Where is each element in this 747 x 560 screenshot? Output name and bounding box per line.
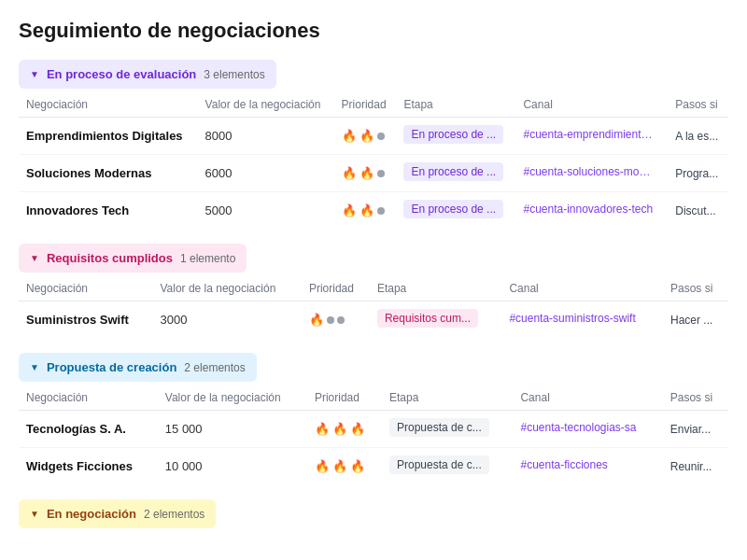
- table-requisitos: NegociaciónValor de la negociaciónPriori…: [19, 276, 728, 338]
- neg-etapa: Propuesta de c...: [382, 448, 513, 485]
- neg-canal[interactable]: #cuenta-soluciones-modern...: [515, 155, 668, 192]
- neg-name: Suministros Swift: [19, 301, 152, 339]
- dot-icon: [327, 316, 334, 324]
- table-column-header: Etapa: [382, 385, 513, 411]
- neg-canal[interactable]: #cuenta-ficciones: [513, 448, 662, 485]
- table-evaluacion: NegociaciónValor de la negociaciónPriori…: [19, 92, 728, 229]
- table-row: Innovadores Tech5000🔥🔥En proceso de ...#…: [19, 192, 728, 230]
- neg-valor: 15 000: [158, 411, 307, 448]
- section-header-negociacion[interactable]: ▼ En negociación 2 elementos: [19, 499, 216, 528]
- table-row: Soluciones Modernas6000🔥🔥En proceso de .…: [19, 155, 728, 192]
- canal-link[interactable]: #cuenta-innovadores-tech: [523, 203, 653, 216]
- table-row: Emprendimientos Digitales8000🔥🔥En proces…: [19, 118, 728, 155]
- neg-etapa: En proceso de ...: [396, 155, 515, 192]
- table-column-header: Pasos si: [663, 276, 728, 301]
- chevron-icon: ▼: [30, 253, 39, 263]
- section-requisitos: ▼ Requisitos cumplidos 1 elemento Negoci…: [19, 244, 728, 338]
- neg-priority: 🔥🔥: [334, 155, 397, 192]
- section-badge: 3 elementos: [204, 68, 264, 81]
- table-column-header: Etapa: [396, 92, 515, 118]
- section-header-evaluacion[interactable]: ▼ En proceso de evaluación 3 elementos: [19, 60, 276, 89]
- fire-icon: 🔥: [359, 129, 374, 143]
- section-label: Requisitos cumplidos: [47, 251, 173, 265]
- section-label: Propuesta de creación: [47, 360, 176, 374]
- neg-pasos: A la es...: [668, 118, 728, 155]
- table-column-header: Pasos si: [663, 385, 728, 411]
- table-row: Widgets Ficciones10 000🔥🔥🔥Propuesta de c…: [19, 448, 728, 485]
- neg-valor: 3000: [152, 301, 302, 339]
- neg-name: Widgets Ficciones: [19, 448, 158, 485]
- table-column-header: Valor de la negociación: [198, 92, 334, 118]
- section-header-propuesta[interactable]: ▼ Propuesta de creación 2 elementos: [19, 353, 257, 382]
- canal-link[interactable]: #cuenta-soluciones-modern...: [523, 165, 654, 178]
- neg-etapa: En proceso de ...: [396, 118, 515, 155]
- table-propuesta: NegociaciónValor de la negociaciónPriori…: [19, 385, 728, 484]
- section-badge: 2 elementos: [184, 361, 245, 374]
- section-evaluacion: ▼ En proceso de evaluación 3 elementos N…: [19, 60, 728, 229]
- table-column-header: Prioridad: [334, 92, 397, 118]
- fire-icon: 🔥: [315, 459, 330, 473]
- neg-priority: 🔥🔥: [334, 118, 397, 155]
- table-column-header: Prioridad: [307, 385, 382, 411]
- neg-priority: 🔥🔥: [334, 192, 397, 230]
- dot-icon: [377, 133, 385, 140]
- table-column-header: Canal: [501, 276, 663, 301]
- neg-valor: 10 000: [158, 448, 307, 485]
- neg-valor: 8000: [198, 118, 334, 155]
- dot-icon: [377, 170, 385, 177]
- fire-icon: 🔥: [315, 422, 330, 436]
- neg-name: Tecnologías S. A.: [19, 411, 158, 448]
- neg-pasos: Progra...: [668, 155, 728, 192]
- neg-pasos: Discut...: [668, 192, 728, 230]
- dot-icon: [337, 316, 345, 324]
- neg-valor: 5000: [198, 192, 334, 230]
- section-badge: 1 elemento: [180, 252, 235, 265]
- neg-pasos: Enviar...: [663, 411, 728, 448]
- section-negociacion: ▼ En negociación 2 elementos: [19, 499, 728, 528]
- fire-icon: 🔥: [342, 129, 357, 143]
- fire-icon: 🔥: [359, 203, 374, 217]
- section-label: En proceso de evaluación: [47, 67, 196, 81]
- fire-icon: 🔥: [359, 166, 374, 180]
- table-column-header: Etapa: [370, 276, 501, 301]
- neg-valor: 6000: [198, 155, 334, 192]
- table-column-header: Pasos si: [668, 92, 728, 118]
- fire-icon: 🔥: [309, 313, 324, 327]
- canal-link[interactable]: #cuenta-emprendimientos-...: [523, 128, 654, 141]
- fire-icon: 🔥: [342, 203, 357, 217]
- neg-canal[interactable]: #cuenta-emprendimientos-...: [515, 118, 668, 155]
- neg-priority: 🔥🔥🔥: [307, 448, 382, 485]
- fire-icon: 🔥: [332, 459, 347, 473]
- canal-link[interactable]: #cuenta-suministros-swift: [509, 312, 635, 325]
- table-column-header: Canal: [513, 385, 662, 411]
- chevron-icon: ▼: [30, 69, 39, 79]
- page-title: Seguimiento de negociaciones: [19, 19, 728, 43]
- canal-link[interactable]: #cuenta-ficciones: [520, 458, 607, 471]
- neg-etapa: En proceso de ...: [396, 192, 515, 230]
- canal-link[interactable]: #cuenta-tecnologias-sa: [520, 421, 636, 434]
- chevron-icon: ▼: [30, 509, 39, 519]
- neg-priority: 🔥: [302, 301, 370, 339]
- neg-name: Soluciones Modernas: [19, 155, 198, 192]
- neg-canal[interactable]: #cuenta-tecnologias-sa: [513, 411, 662, 448]
- neg-etapa: Propuesta de c...: [382, 411, 513, 448]
- chevron-icon: ▼: [30, 362, 39, 372]
- table-column-header: Valor de la negociación: [152, 276, 302, 301]
- fire-icon: 🔥: [342, 166, 357, 180]
- section-header-requisitos[interactable]: ▼ Requisitos cumplidos 1 elemento: [19, 244, 247, 273]
- neg-etapa: Requisitos cum...: [370, 301, 501, 339]
- neg-pasos: Hacer ...: [663, 301, 728, 339]
- table-row: Suministros Swift3000🔥Requisitos cum...#…: [19, 301, 728, 339]
- neg-canal[interactable]: #cuenta-suministros-swift: [501, 301, 663, 339]
- table-column-header: Valor de la negociación: [158, 385, 307, 411]
- table-row: Tecnologías S. A.15 000🔥🔥🔥Propuesta de c…: [19, 411, 728, 448]
- section-propuesta: ▼ Propuesta de creación 2 elementos Nego…: [19, 353, 728, 484]
- dot-icon: [377, 207, 385, 215]
- neg-canal[interactable]: #cuenta-innovadores-tech: [515, 192, 668, 230]
- neg-name: Emprendimientos Digitales: [19, 118, 198, 155]
- fire-icon: 🔥: [332, 422, 347, 436]
- section-label: En negociación: [47, 507, 136, 521]
- neg-name: Innovadores Tech: [19, 192, 198, 230]
- section-badge: 2 elementos: [144, 508, 204, 521]
- neg-priority: 🔥🔥🔥: [307, 411, 382, 448]
